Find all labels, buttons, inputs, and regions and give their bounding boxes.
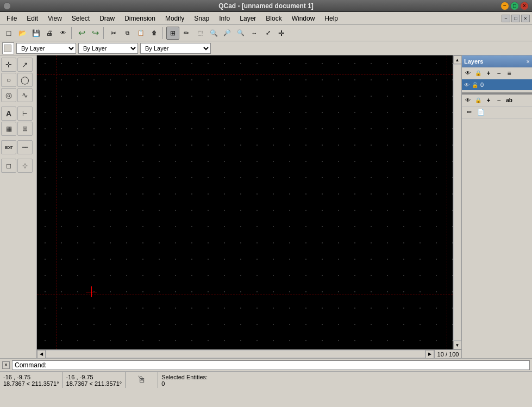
- scroll-down-button[interactable]: ▼: [453, 341, 462, 349]
- preview-button[interactable]: 👁: [57, 27, 70, 40]
- spline-tool[interactable]: ∿: [17, 88, 33, 102]
- menu-file[interactable]: File: [2, 14, 21, 23]
- title-bar-left: [3, 2, 11, 10]
- fit-button[interactable]: ⤢: [261, 27, 274, 40]
- grid-button[interactable]: ⊞: [166, 27, 179, 40]
- circle-tool[interactable]: ○: [1, 73, 16, 87]
- menu-help[interactable]: Help: [320, 14, 342, 23]
- zoom-out-button[interactable]: 🔍: [234, 27, 247, 40]
- menu-info[interactable]: Info: [215, 14, 234, 23]
- blocks-edit-btn[interactable]: ✏: [464, 108, 474, 117]
- print-button[interactable]: 🖨: [43, 27, 56, 40]
- pan-button[interactable]: ↔: [248, 27, 261, 40]
- ellipse-tool[interactable]: ◎: [1, 88, 16, 102]
- cmd-close-button[interactable]: ×: [2, 361, 10, 369]
- zoom-in-button[interactable]: 🔎: [221, 27, 234, 40]
- menu-layer[interactable]: Layer: [235, 14, 260, 23]
- layer-row-0[interactable]: 👁 🔓 0: [462, 79, 532, 90]
- menu-window[interactable]: Window: [287, 14, 320, 23]
- line-dropdown[interactable]: By Layer: [78, 43, 138, 54]
- open-button[interactable]: 📂: [16, 27, 29, 40]
- win-minimize-button[interactable]: −: [502, 15, 510, 22]
- toolbar-separator-2: [103, 27, 105, 39]
- hatch-tool[interactable]: ▦: [1, 122, 16, 136]
- layers-menu-btn[interactable]: ≡: [504, 68, 514, 78]
- win-close-button[interactable]: ×: [521, 15, 530, 22]
- layers-panel-header: Layers ×: [462, 55, 532, 67]
- layers-add-btn[interactable]: +: [484, 68, 493, 78]
- scroll-v-track[interactable]: [453, 64, 461, 341]
- close-button[interactable]: ×: [520, 2, 529, 10]
- lt-row-3: ◎ ∿: [1, 88, 35, 102]
- blocks-show-btn[interactable]: 👁: [463, 96, 473, 105]
- snap-tool[interactable]: ⊹: [17, 159, 33, 173]
- arc-tool[interactable]: ◯: [17, 73, 33, 87]
- measure-tool[interactable]: ━━: [17, 140, 33, 154]
- command-input-area[interactable]: Command:: [12, 360, 530, 370]
- redo-button[interactable]: ↪: [89, 27, 102, 40]
- new-button[interactable]: □: [2, 27, 15, 40]
- text-tool[interactable]: A: [1, 107, 16, 121]
- menu-draw[interactable]: Draw: [95, 14, 119, 23]
- blocks-remove-btn[interactable]: −: [494, 96, 504, 105]
- layer-name: 0: [480, 82, 484, 88]
- lt-row-4: A ⊢: [1, 107, 35, 121]
- canvas-border-right: [447, 55, 447, 349]
- blocks-lock-btn[interactable]: 🔒: [473, 96, 483, 105]
- canvas-area[interactable]: [37, 55, 453, 349]
- menu-modify[interactable]: Modify: [161, 14, 189, 23]
- menu-block[interactable]: Block: [261, 14, 286, 23]
- right-panel: Layers × 👁 🔒 + − ≡ 👁 🔓 0: [461, 55, 532, 358]
- cut-button[interactable]: ✂: [107, 27, 120, 40]
- minimize-button[interactable]: −: [500, 2, 509, 10]
- vertical-scrollbar: ▲ ▼: [453, 55, 461, 349]
- scroll-left-button[interactable]: ◀: [37, 350, 46, 359]
- menu-select[interactable]: Select: [67, 14, 94, 23]
- command-label: Command:: [15, 361, 47, 369]
- delete-button[interactable]: 🗑: [148, 27, 161, 40]
- pattern-tool[interactable]: ⊞: [17, 122, 33, 136]
- paste-button[interactable]: 📋: [134, 27, 147, 40]
- layers-show-btn[interactable]: 👁: [463, 68, 473, 78]
- layers-lock-btn[interactable]: 🔒: [473, 68, 483, 78]
- edit-tool[interactable]: EDIT: [1, 140, 16, 154]
- scroll-h-track[interactable]: [46, 350, 425, 358]
- select-tool[interactable]: ◻: [1, 159, 16, 173]
- win-maximize-button[interactable]: □: [511, 15, 520, 22]
- save-button[interactable]: 💾: [29, 27, 42, 40]
- crosshair-button[interactable]: ✛: [275, 27, 288, 40]
- toolbar-separator-3: [162, 27, 165, 39]
- layer-dropdown[interactable]: By Layer: [140, 43, 211, 54]
- blocks-panel: 👁 🔒 + − ab ✏ 📄: [462, 93, 532, 118]
- color-dropdown[interactable]: By Layer: [16, 43, 76, 54]
- dimension-tool[interactable]: ⊢: [17, 107, 33, 121]
- menu-dimension[interactable]: Dimension: [120, 14, 160, 23]
- undo-button[interactable]: ↩: [75, 27, 88, 40]
- blocks-add-btn[interactable]: +: [484, 96, 493, 105]
- title-bar: QCad - [unnamed document 1] − □ ×: [0, 0, 532, 12]
- layer-visible-icon: 👁: [464, 82, 470, 88]
- canvas-border-top: [37, 74, 453, 75]
- zoom-button[interactable]: 🔍: [207, 27, 220, 40]
- layer-lock-icon: 🔓: [472, 82, 478, 88]
- menu-view[interactable]: View: [43, 14, 66, 23]
- blocks-insert-btn[interactable]: 📄: [476, 108, 486, 117]
- layers-panel-close[interactable]: ×: [527, 58, 530, 65]
- lt-sep-3: [1, 155, 35, 158]
- scroll-up-button[interactable]: ▲: [453, 55, 462, 64]
- zoom-window-button[interactable]: ⬚: [193, 27, 206, 40]
- menu-snap[interactable]: Snap: [190, 14, 214, 23]
- line-tool[interactable]: ↗: [17, 58, 33, 72]
- scroll-right-button[interactable]: ▶: [425, 350, 434, 359]
- copy-button[interactable]: ⧉: [121, 27, 134, 40]
- coord2-cell: -16 , -9.75 18.7367 < 211.3571°: [63, 372, 126, 388]
- title-bar-controls: − □ ×: [500, 2, 529, 10]
- draw-button[interactable]: ✏: [180, 27, 193, 40]
- move-tool[interactable]: ✛: [1, 58, 16, 72]
- coord1-cell: -16 , -9.75 18.7367 < 211.3571°: [0, 372, 63, 388]
- command-bar: × Command:: [0, 359, 532, 372]
- maximize-button[interactable]: □: [510, 2, 519, 10]
- blocks-text-btn[interactable]: ab: [504, 96, 514, 105]
- menu-edit[interactable]: Edit: [22, 14, 42, 23]
- layers-remove-btn[interactable]: −: [494, 68, 504, 78]
